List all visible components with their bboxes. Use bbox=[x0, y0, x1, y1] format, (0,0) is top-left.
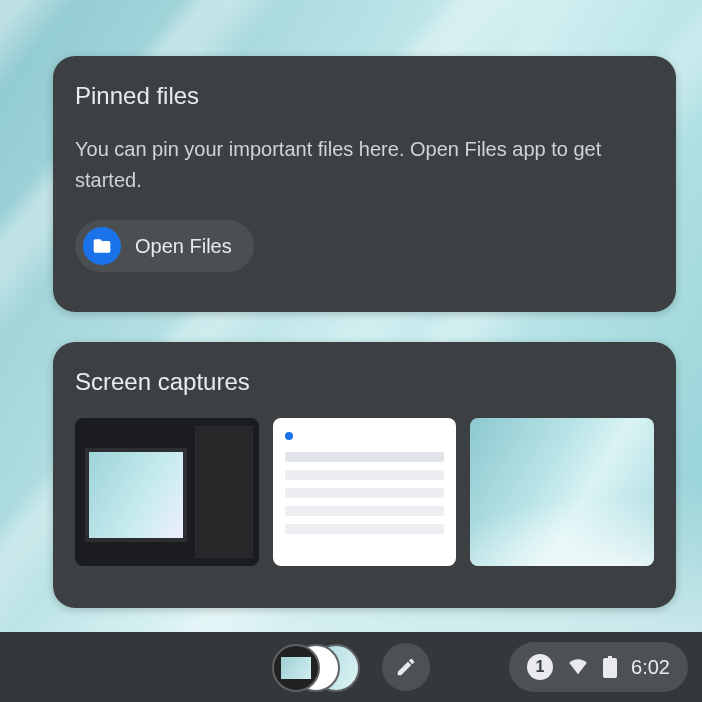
pinned-files-description: You can pin your important files here. O… bbox=[75, 134, 654, 196]
pen-icon bbox=[395, 656, 417, 678]
open-files-label: Open Files bbox=[135, 235, 232, 258]
screenshot-thumbnail[interactable] bbox=[470, 418, 654, 566]
screenshot-thumbnail[interactable] bbox=[75, 418, 259, 566]
shelf: 1 6:02 bbox=[0, 632, 702, 702]
status-tray[interactable]: 1 6:02 bbox=[509, 642, 688, 692]
wifi-icon bbox=[567, 656, 589, 678]
pinned-files-panel: Pinned files You can pin your important … bbox=[53, 56, 676, 312]
pinned-files-title: Pinned files bbox=[75, 82, 654, 110]
screenshot-thumbnail[interactable] bbox=[273, 418, 457, 566]
folder-icon bbox=[83, 227, 121, 265]
screen-captures-thumbnails bbox=[75, 418, 654, 566]
stylus-tools-button[interactable] bbox=[382, 643, 430, 691]
open-files-button[interactable]: Open Files bbox=[75, 220, 254, 272]
clock: 6:02 bbox=[631, 656, 670, 679]
holding-space-tray[interactable] bbox=[272, 642, 364, 692]
screen-captures-title: Screen captures bbox=[75, 368, 654, 396]
screen-captures-panel: Screen captures bbox=[53, 342, 676, 608]
battery-icon bbox=[603, 656, 617, 678]
notification-count-badge: 1 bbox=[527, 654, 553, 680]
